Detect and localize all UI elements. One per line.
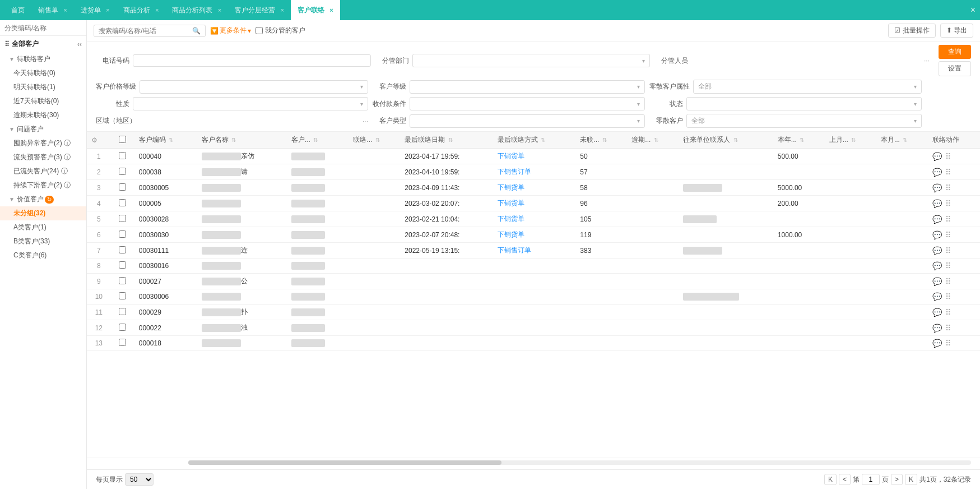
message-icon[interactable]: 💬 xyxy=(932,292,942,301)
message-icon[interactable]: 💬 xyxy=(932,199,942,208)
prev-page-button[interactable]: < xyxy=(839,474,851,485)
message-icon[interactable]: 💬 xyxy=(932,168,942,177)
close-icon[interactable]: × xyxy=(63,7,67,13)
sidebar-tomorrow-pending[interactable]: 明天待联络(1) xyxy=(0,80,86,94)
grid-action-icon[interactable]: ⠿ xyxy=(945,324,951,333)
sidebar-a-class[interactable]: A类客户(1) xyxy=(0,220,86,234)
last-contact-way-link[interactable]: 下销货单 xyxy=(498,183,524,191)
customer-tier-select[interactable]: ▾ xyxy=(410,80,645,94)
close-icon[interactable]: × xyxy=(155,7,159,13)
col-settings[interactable]: ⚙ xyxy=(87,132,111,149)
row-checkbox[interactable] xyxy=(119,324,126,331)
first-page-button[interactable]: K xyxy=(824,474,837,485)
region-more-button[interactable]: ··· xyxy=(363,117,368,125)
sidebar-churned[interactable]: 已流失客户(24) ⓘ xyxy=(0,164,86,178)
price-tier-select[interactable]: ▾ xyxy=(140,80,368,94)
next-page-button[interactable]: > xyxy=(891,474,903,485)
message-icon[interactable]: 💬 xyxy=(932,215,942,224)
row-checkbox[interactable] xyxy=(119,199,126,206)
all-customers-title[interactable]: ⠿ 全部客户 ‹‹ xyxy=(0,36,86,52)
grid-action-icon[interactable]: ⠿ xyxy=(945,277,951,286)
sidebar-churn-warning[interactable]: 流失预警客户(3) ⓘ xyxy=(0,150,86,164)
dept-select[interactable]: ▾ xyxy=(412,54,651,67)
sort-icon[interactable]: ⇅ xyxy=(800,137,804,143)
sidebar-problem-customers[interactable]: ▼ 问题客户 xyxy=(0,122,86,136)
message-icon[interactable]: 💬 xyxy=(932,183,942,192)
sidebar-value-customers[interactable]: ▼ 价值客户 ↻ xyxy=(0,192,86,206)
nav-purchase[interactable]: 进货单 × xyxy=(74,0,117,20)
close-all-button[interactable]: × xyxy=(970,5,976,15)
message-icon[interactable]: 💬 xyxy=(932,339,942,348)
row-checkbox[interactable] xyxy=(119,183,126,191)
sidebar-7days-pending[interactable]: 近7天待联络(0) xyxy=(0,94,86,108)
sidebar-unclassified[interactable]: 未分组(32) xyxy=(0,206,86,220)
grid-action-icon[interactable]: ⠿ xyxy=(945,230,951,239)
scrollbar-thumb[interactable] xyxy=(188,460,501,465)
more-conditions-button[interactable]: 🔽 更多条件 ▾ xyxy=(210,26,251,35)
payment-select[interactable]: ▾ xyxy=(410,97,645,110)
row-checkbox[interactable] xyxy=(119,230,126,238)
export-button[interactable]: ⬆ 导出 xyxy=(940,24,973,38)
message-icon[interactable]: 💬 xyxy=(932,308,942,317)
grid-action-icon[interactable]: ⠿ xyxy=(945,339,951,348)
message-icon[interactable]: 💬 xyxy=(932,277,942,286)
grid-action-icon[interactable]: ⠿ xyxy=(945,183,951,192)
nav-analysis[interactable]: 商品分析 × xyxy=(117,0,166,20)
gear-icon[interactable]: ⚙ xyxy=(91,136,97,144)
search-icon[interactable]: 🔍 xyxy=(192,27,201,35)
status-select[interactable]: ▾ xyxy=(686,97,922,110)
search-input[interactable] xyxy=(99,27,192,35)
last-contact-way-link[interactable]: 下销货单 xyxy=(498,230,524,238)
nav-customer-contact[interactable]: 客户联络 × xyxy=(291,0,340,20)
sort-icon[interactable]: ⇅ xyxy=(313,137,318,143)
sort-icon[interactable]: ⇅ xyxy=(903,137,907,143)
sort-icon[interactable]: ⇅ xyxy=(733,137,738,143)
row-checkbox[interactable] xyxy=(119,215,126,222)
sort-icon[interactable]: ⇅ xyxy=(541,137,545,143)
row-checkbox[interactable] xyxy=(119,292,126,299)
sidebar-c-class[interactable]: C类客户(6) xyxy=(0,248,86,262)
close-icon[interactable]: × xyxy=(329,7,333,13)
row-checkbox[interactable] xyxy=(119,168,126,175)
row-checkbox[interactable] xyxy=(119,261,126,269)
message-icon[interactable]: 💬 xyxy=(932,324,942,333)
sort-icon[interactable]: ⇅ xyxy=(375,137,380,143)
last-contact-way-link[interactable]: 下销售订单 xyxy=(498,246,531,254)
sidebar-search-input[interactable] xyxy=(4,24,87,32)
page-size-select[interactable]: 50 100 200 xyxy=(125,473,154,486)
close-icon[interactable]: × xyxy=(218,7,221,13)
last-contact-way-link[interactable]: 下销售订单 xyxy=(498,168,531,176)
nav-customer-tier[interactable]: 客户分层经营 × xyxy=(228,0,291,20)
grid-action-icon[interactable]: ⠿ xyxy=(945,246,951,255)
sort-icon[interactable]: ⇅ xyxy=(231,137,236,143)
reset-button[interactable]: 设置 xyxy=(939,61,971,76)
sidebar-b-class[interactable]: B类客户(33) xyxy=(0,234,86,248)
grid-action-icon[interactable]: ⠿ xyxy=(945,292,951,301)
last-contact-way-link[interactable]: 下销货单 xyxy=(498,215,524,223)
batch-operation-button[interactable]: ☑ 批量操作 xyxy=(888,24,935,38)
message-icon[interactable]: 💬 xyxy=(932,246,942,255)
sidebar-hoarding-abnormal[interactable]: 囤购异常客户(2) ⓘ xyxy=(0,136,86,150)
select-all-checkbox[interactable] xyxy=(119,136,126,143)
close-icon[interactable]: × xyxy=(106,7,109,13)
nav-analysis-list[interactable]: 商品分析列表 × xyxy=(165,0,228,20)
sidebar-overdue-contact[interactable]: 逾期未联络(30) xyxy=(0,108,86,122)
sort-icon[interactable]: ⇅ xyxy=(448,137,453,143)
nav-home[interactable]: 首页 xyxy=(4,0,31,20)
grid-action-icon[interactable]: ⠿ xyxy=(945,152,951,161)
row-checkbox[interactable] xyxy=(119,339,126,346)
sort-icon[interactable]: ⇅ xyxy=(602,137,607,143)
close-icon[interactable]: × xyxy=(280,7,284,13)
message-icon[interactable]: 💬 xyxy=(932,152,942,161)
horizontal-scrollbar[interactable] xyxy=(188,460,971,465)
nature-select[interactable]: ▾ xyxy=(133,97,368,110)
page-number-input[interactable] xyxy=(862,474,880,485)
grid-action-icon[interactable]: ⠿ xyxy=(945,215,951,224)
phone-input[interactable] xyxy=(133,54,371,67)
message-icon[interactable]: 💬 xyxy=(932,261,942,270)
retail-select[interactable]: 全部 ▾ xyxy=(686,114,922,128)
row-checkbox[interactable] xyxy=(119,277,126,284)
sidebar-today-pending[interactable]: 今天待联络(0) xyxy=(0,66,86,80)
grid-action-icon[interactable]: ⠿ xyxy=(945,199,951,208)
sort-icon[interactable]: ⇅ xyxy=(654,137,658,143)
